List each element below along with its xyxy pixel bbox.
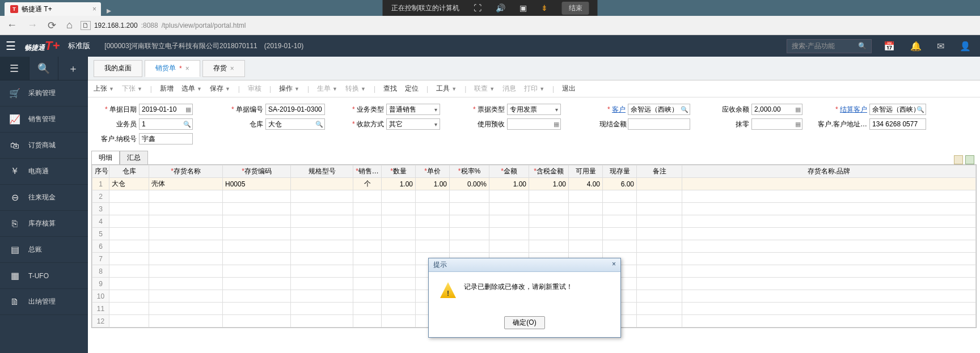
sidebar-item[interactable]: ⊖往来现金 [0, 185, 88, 211]
table-row-empty[interactable]: 4 [92, 215, 976, 228]
dialog-ok-button[interactable]: 确定(O) [504, 316, 544, 329]
wh-input[interactable]: 大仓🔍 [265, 118, 325, 130]
toolbar-item[interactable]: 选单▼ [181, 84, 202, 93]
browser-tab[interactable]: T 畅捷通 T+ × [5, 2, 101, 16]
user-icon[interactable]: 👤 [956, 41, 974, 52]
cash-input[interactable] [628, 118, 690, 130]
sidebar-item[interactable]: 🛍订货商城 [0, 133, 88, 159]
column-header[interactable]: *税率% [450, 165, 489, 178]
subtab-detail[interactable]: 明细 [91, 151, 120, 164]
mail-icon[interactable]: ✉ [933, 41, 948, 52]
table-row-empty[interactable]: 2 [92, 190, 976, 203]
window-icon[interactable]: ▣ [519, 3, 527, 12]
pin-icon[interactable]: ⇟ [541, 3, 548, 12]
column-header[interactable]: *存货名称 [149, 165, 223, 178]
subtab-summary[interactable]: 汇总 [120, 151, 148, 164]
url-box[interactable]: 🗋 192.168.1.200:8088/tplus/view/portal/p… [81, 21, 246, 30]
date-input[interactable]: 2019-01-10▦ [139, 104, 193, 115]
column-header[interactable]: *销售… [353, 165, 382, 178]
sidebar-add-button[interactable]: ＋ [58, 57, 88, 80]
home-button[interactable]: ⌂ [64, 19, 75, 31]
column-header[interactable]: 存货名称.品牌 [682, 165, 976, 178]
toolbar-item[interactable]: 保存▼ [210, 84, 230, 93]
taxid-input[interactable]: 宇鑫 [139, 133, 193, 144]
toolbar-item[interactable]: 操作▼ [279, 84, 299, 93]
sidebar-item[interactable]: 📈销售管理 [0, 107, 88, 133]
table-row-empty[interactable]: 3 [92, 203, 976, 215]
search-input[interactable]: 搜索-产品功能 🔍 [787, 39, 872, 53]
column-header[interactable]: 现存量 [603, 165, 637, 178]
lookup-icon[interactable]: 🔍 [315, 121, 323, 128]
addr-input[interactable]: 134 6268 0577 [869, 118, 926, 130]
column-header[interactable]: 仓库 [109, 165, 149, 178]
code-input[interactable]: SA-2019-01-0300 [265, 104, 325, 115]
calc-icon[interactable]: ▦ [554, 121, 559, 128]
lookup-icon[interactable]: 🔍 [183, 121, 191, 128]
bell-icon[interactable]: 🔔 [907, 41, 925, 52]
column-header[interactable]: *金额 [489, 165, 529, 178]
table-row-empty[interactable]: 6 [92, 240, 976, 253]
sound-icon[interactable]: 🔊 [496, 3, 505, 12]
calendar-picker-icon[interactable]: ▦ [185, 106, 191, 113]
import-icon[interactable] [965, 155, 974, 164]
biztype-select[interactable]: 普通销售 [386, 104, 440, 115]
reload-button[interactable]: ⟳ [45, 19, 58, 32]
close-icon[interactable]: × [230, 65, 234, 73]
column-header[interactable]: 可用量 [569, 165, 603, 178]
wipe-input[interactable]: ▦ [751, 118, 802, 130]
column-header[interactable]: *数量 [382, 165, 416, 178]
calendar-icon[interactable]: 📅 [880, 41, 898, 52]
sidebar-collapse-button[interactable]: ☰ [0, 57, 29, 80]
close-icon[interactable]: × [185, 65, 189, 73]
column-header[interactable]: 规格型号 [291, 165, 353, 178]
fullscreen-icon[interactable]: ⛶ [474, 3, 481, 12]
toolbar-item[interactable]: 工具▼ [436, 84, 457, 93]
sidebar-search-button[interactable]: 🔍 [29, 57, 59, 80]
sidebar-item[interactable]: 🗎出纳管理 [0, 289, 88, 315]
sidebar-item[interactable]: ￥电商通 [0, 159, 88, 185]
sales-input[interactable]: 1🔍 [139, 118, 193, 130]
lookup-icon[interactable]: 🔍 [681, 106, 688, 113]
paytype-select[interactable]: 其它 [386, 118, 440, 130]
toolbar-item[interactable]: 退出 [562, 84, 576, 93]
column-header[interactable]: 备注 [637, 165, 682, 178]
cust-label[interactable]: 客户 [612, 105, 626, 113]
sidebar-item[interactable]: ⎘库存核算 [0, 211, 88, 237]
chevron-down-icon: ▼ [539, 86, 544, 92]
forward-button[interactable]: → [25, 19, 40, 31]
prepay-input[interactable]: ▦ [507, 118, 561, 130]
sidebar-item[interactable]: ▤总账 [0, 237, 88, 263]
sidebar-item[interactable]: ▦T-UFO [0, 263, 88, 289]
sidebar-item[interactable]: 🛒采购管理 [0, 80, 88, 107]
dialog-close-icon[interactable]: × [612, 260, 616, 270]
settlecust-input[interactable]: 余智远（西峡）🔍 [869, 104, 926, 115]
column-header[interactable]: *含税金额 [529, 165, 569, 178]
calc-icon[interactable]: ▦ [795, 106, 801, 113]
column-header[interactable]: 序号 [92, 165, 109, 178]
lookup-icon[interactable]: 🔍 [916, 106, 924, 113]
settlecust-label[interactable]: 结算客户 [840, 105, 867, 113]
doc-tab[interactable]: 我的桌面 [94, 60, 142, 77]
search-icon[interactable]: 🔍 [858, 42, 867, 50]
toolbar-item[interactable]: 查找 [383, 84, 397, 93]
export-icon[interactable] [954, 155, 963, 164]
table-row-empty[interactable]: 5 [92, 228, 976, 240]
calc-icon[interactable]: ▦ [795, 121, 801, 128]
recv-input[interactable]: 2,000.00▦ [751, 104, 802, 115]
column-header[interactable]: *单价 [416, 165, 450, 178]
doc-tab[interactable]: 存货× [202, 60, 245, 77]
table-row[interactable]: 1大仓壳体H0005个1.001.000.00%1.001.004.006.00 [92, 178, 976, 190]
toolbar-item[interactable]: 定位 [405, 84, 419, 93]
column-header[interactable]: *存货编码 [223, 165, 291, 178]
end-remote-button[interactable]: 结束 [562, 2, 589, 15]
toolbar-item[interactable]: 上张▼ [94, 84, 114, 93]
close-icon[interactable]: × [92, 5, 96, 13]
new-tab-button[interactable]: ▸ [101, 5, 117, 16]
cust-input[interactable]: 余智远（西峡）🔍 [628, 104, 690, 115]
toolbar-item[interactable]: 新增 [160, 84, 174, 93]
search-placeholder: 搜索-产品功能 [792, 41, 835, 51]
doc-tab[interactable]: 销货单*× [145, 60, 200, 77]
back-button[interactable]: ← [5, 19, 19, 31]
hamburger-icon[interactable]: ☰ [6, 39, 16, 53]
invtype-select[interactable]: 专用发票 [507, 104, 561, 115]
